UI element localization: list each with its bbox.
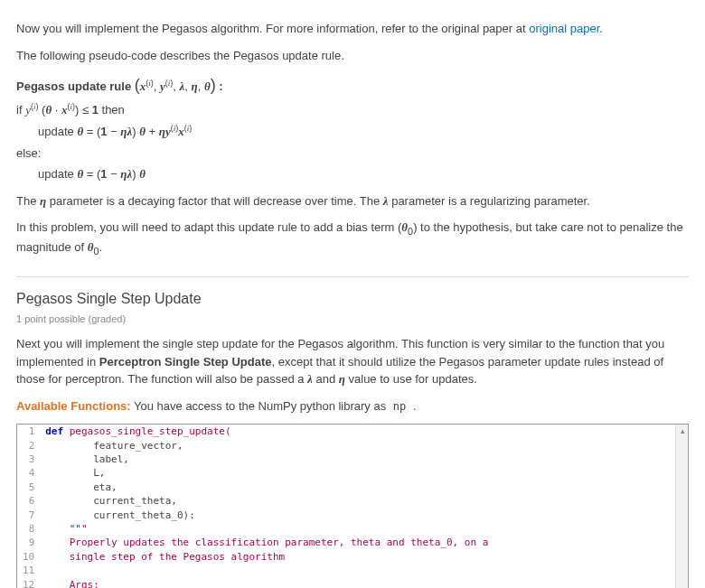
line-number: 3 (17, 453, 42, 466)
line-number: 1 (17, 425, 42, 438)
code-line: 9 Properly updates the classification pa… (17, 536, 688, 549)
line-number: 12 (17, 578, 42, 588)
intro-text-2: . (599, 22, 603, 35)
code-table: 1def pegasos_single_step_update(2 featur… (17, 425, 688, 588)
code-content: L, (42, 466, 688, 480)
body-1b: Perceptron Single Step Update (99, 355, 272, 369)
code-content (42, 564, 688, 577)
code-line: 10 single step of the Pegasos algorithm (17, 550, 688, 564)
bias-text-1: In this problem, you will need to adapt … (16, 220, 401, 234)
divider (16, 276, 689, 277)
bias-paragraph: In this problem, you will need to adapt … (16, 219, 689, 258)
code-content: feature_vector, (42, 439, 688, 453)
body-1e: value to use for updates. (345, 372, 477, 386)
code-content: current_theta_0): (42, 509, 688, 522)
avail-label: Available Functions: (16, 399, 131, 413)
original-paper-link[interactable]: original paper (529, 22, 599, 35)
code-line: 5 eta, (17, 481, 688, 494)
line-number: 4 (17, 466, 42, 480)
line-number: 6 (17, 494, 42, 508)
line-number: 2 (17, 439, 42, 453)
code-line: 6 current_theta, (17, 494, 688, 508)
avail-after: . (409, 399, 416, 413)
code-content: label, (42, 453, 688, 466)
pseudo-intro: The following pseudo-code describes the … (16, 47, 689, 65)
rule-title: Pegasos update rule (x(i), y(i), λ, η, θ… (16, 73, 689, 98)
code-content: current_theta, (42, 494, 688, 508)
body-paragraph: Next you will implement the single step … (16, 335, 689, 388)
code-line: 2 feature_vector, (17, 439, 688, 453)
intro-text-1: Now you will implement the Pegasos algor… (16, 22, 529, 35)
code-content: def pegasos_single_step_update( (42, 425, 688, 438)
line-number: 7 (17, 509, 42, 522)
code-editor[interactable]: 1def pegasos_single_step_update(2 featur… (16, 424, 689, 588)
grading-label: 1 point possible (graded) (16, 312, 689, 327)
eta-paragraph: The η parameter is a decaying factor tha… (16, 192, 689, 210)
if-line: if y(i) (θ · x(i)) ≤ 1 then (16, 101, 689, 119)
np-code: np (390, 399, 409, 414)
scrollbar[interactable]: ▴ ▾ (675, 425, 688, 588)
code-content: eta, (42, 481, 688, 494)
scroll-up-icon[interactable]: ▴ (676, 425, 688, 437)
intro-paragraph: Now you will implement the Pegasos algor… (16, 20, 689, 38)
line-number: 11 (17, 564, 42, 577)
code-line: 11 (17, 564, 688, 577)
code-line: 8 """ (17, 522, 688, 536)
code-line: 7 current_theta_0): (17, 509, 688, 522)
body-1d: and (313, 372, 339, 386)
line-number: 8 (17, 522, 42, 536)
rule-title-text: Pegasos update rule (16, 79, 131, 93)
line-number: 5 (17, 481, 42, 494)
code-line: 12 Args: (17, 578, 688, 588)
update-line-1: update θ = (1 − ηλ) θ + ηy(i)x(i) (38, 123, 689, 141)
available-functions: Available Functions: You have access to … (16, 397, 689, 415)
else-line: else: (16, 145, 689, 163)
line-number: 10 (17, 550, 42, 564)
avail-text: You have access to the NumPy python libr… (131, 399, 390, 413)
bias-text-3: . (99, 240, 103, 254)
section-title: Pegasos Single Step Update (16, 288, 689, 310)
code-content: Properly updates the classification para… (42, 536, 688, 549)
update-line-2: update θ = (1 − ηλ) θ (38, 165, 689, 183)
code-content: Args: (42, 578, 688, 588)
code-line: 4 L, (17, 466, 688, 480)
code-content: """ (42, 522, 688, 536)
code-content: single step of the Pegasos algorithm (42, 550, 688, 564)
code-line: 1def pegasos_single_step_update( (17, 425, 688, 438)
line-number: 9 (17, 536, 42, 549)
code-line: 3 label, (17, 453, 688, 466)
